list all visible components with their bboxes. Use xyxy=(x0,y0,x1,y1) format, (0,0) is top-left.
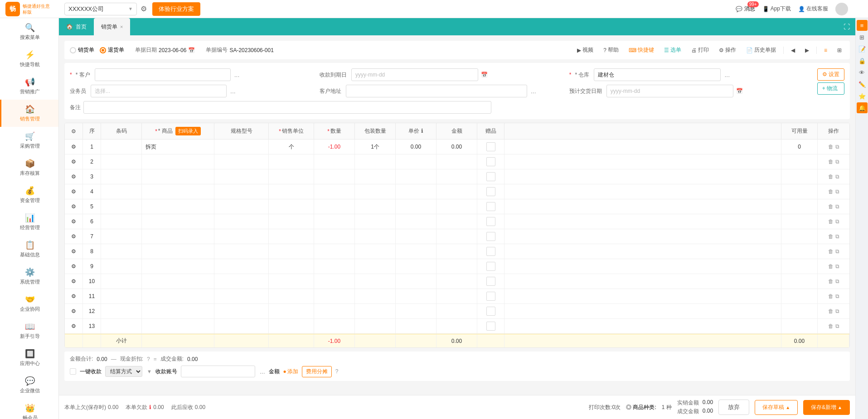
td-spec[interactable] xyxy=(214,214,269,229)
delete-icon[interactable]: 🗑 xyxy=(828,218,834,225)
td-config[interactable]: ⚙ xyxy=(65,229,83,244)
td-amount[interactable] xyxy=(436,229,477,244)
td-barcode[interactable] xyxy=(101,154,142,169)
td-amount[interactable] xyxy=(436,259,477,274)
gift-checkbox[interactable] xyxy=(486,187,495,196)
td-qty[interactable] xyxy=(314,199,355,214)
td-config[interactable]: ⚙ xyxy=(65,184,83,199)
td-goods[interactable] xyxy=(142,184,214,199)
calendar-icon[interactable]: 📅 xyxy=(188,47,195,53)
settings-button[interactable]: ⚙ 设置 xyxy=(817,68,844,81)
copy-icon[interactable]: ⧉ xyxy=(835,293,839,299)
addr-dots-btn[interactable]: ... xyxy=(531,87,536,95)
tab-home[interactable]: 🏠 首页 xyxy=(59,18,94,35)
video-btn[interactable]: ▶ 视频 xyxy=(574,44,596,56)
delete-icon[interactable]: 🗑 xyxy=(828,308,834,314)
sidebar-item-guide[interactable]: 📖 新手引导 xyxy=(0,317,58,344)
td-qty[interactable] xyxy=(314,319,355,333)
td-amount[interactable] xyxy=(436,319,477,333)
sidebar-item-quicknav[interactable]: ⚡ 快捷导航 xyxy=(0,45,58,72)
td-goods[interactable] xyxy=(142,319,214,333)
td-unit[interactable]: 个 xyxy=(269,140,314,154)
grid-view-icon[interactable]: ⊞ xyxy=(834,45,844,55)
gift-checkbox[interactable] xyxy=(486,232,495,241)
gift-checkbox[interactable] xyxy=(486,322,495,331)
td-qty[interactable] xyxy=(314,229,355,244)
td-qty[interactable] xyxy=(314,304,355,318)
td-gift[interactable] xyxy=(477,274,504,289)
td-spec[interactable] xyxy=(214,199,269,214)
td-amount[interactable] xyxy=(436,244,477,259)
right-panel-btn-2[interactable]: 📝 xyxy=(857,43,868,54)
td-unit[interactable] xyxy=(269,184,314,199)
td-barcode[interactable] xyxy=(101,184,142,199)
td-barcode[interactable] xyxy=(101,140,142,154)
td-unit[interactable] xyxy=(269,244,314,259)
td-spec[interactable] xyxy=(214,259,269,274)
sidebar-item-operations[interactable]: 📊 经营管理 xyxy=(0,208,58,236)
td-desc[interactable] xyxy=(504,154,781,169)
sidebar-item-system[interactable]: ⚙️ 系统管理 xyxy=(0,263,58,290)
td-price[interactable] xyxy=(396,304,436,318)
td-config[interactable]: ⚙ xyxy=(65,244,83,259)
sidebar-item-finance[interactable]: 💰 资金管理 xyxy=(0,181,58,208)
td-goods[interactable] xyxy=(142,274,214,289)
td-pack[interactable] xyxy=(355,154,396,169)
gift-checkbox[interactable] xyxy=(486,277,495,286)
td-config[interactable]: ⚙ xyxy=(65,199,83,214)
td-pack[interactable] xyxy=(355,169,396,184)
td-goods[interactable] xyxy=(142,259,214,274)
td-unit[interactable] xyxy=(269,199,314,214)
td-desc[interactable] xyxy=(504,140,781,154)
td-desc[interactable] xyxy=(504,259,781,274)
td-desc[interactable] xyxy=(504,169,781,184)
td-goods[interactable] xyxy=(142,154,214,169)
td-gift[interactable] xyxy=(477,304,504,318)
td-amount[interactable] xyxy=(436,184,477,199)
td-config[interactable]: ⚙ xyxy=(65,319,83,333)
warehouse-input[interactable]: 建材仓 xyxy=(594,68,721,81)
td-spec[interactable] xyxy=(214,274,269,289)
account-input[interactable] xyxy=(181,366,255,377)
td-price[interactable] xyxy=(396,274,436,289)
td-price[interactable] xyxy=(396,229,436,244)
delete-icon[interactable]: 🗑 xyxy=(828,188,834,195)
td-qty[interactable] xyxy=(314,289,355,303)
print-btn[interactable]: 🖨 打印 xyxy=(689,44,712,56)
right-panel-btn-3[interactable]: 🔒 xyxy=(857,55,868,66)
calc-method-select[interactable]: 结算方式 xyxy=(105,366,142,377)
delete-icon[interactable]: 🗑 xyxy=(828,233,834,240)
discount-help-icon[interactable]: ? xyxy=(147,356,150,362)
history-btn[interactable]: 📄 历史单据 xyxy=(743,44,779,56)
delete-icon[interactable]: 🗑 xyxy=(828,323,834,329)
copy-icon[interactable]: ⧉ xyxy=(835,144,839,150)
td-config[interactable]: ⚙ xyxy=(65,140,83,154)
right-panel-btn-5[interactable]: ✏️ xyxy=(857,79,868,90)
action-btn[interactable]: ⚙ 操作 xyxy=(716,44,739,56)
td-goods[interactable] xyxy=(142,304,214,318)
copy-icon[interactable]: ⧉ xyxy=(835,188,839,195)
td-pack[interactable]: 1个 xyxy=(355,140,396,154)
add-button[interactable]: ● 添加 xyxy=(283,368,298,376)
copy-icon[interactable]: ⧉ xyxy=(835,263,839,270)
gift-checkbox[interactable] xyxy=(486,157,495,166)
td-gift[interactable] xyxy=(477,154,504,169)
td-config[interactable]: ⚙ xyxy=(65,274,83,289)
gift-checkbox[interactable] xyxy=(486,202,495,211)
td-config[interactable]: ⚙ xyxy=(65,289,83,303)
td-goods[interactable]: 拆页 xyxy=(142,140,214,154)
payment-checkbox[interactable] xyxy=(70,368,76,375)
td-config[interactable]: ⚙ xyxy=(65,154,83,169)
expected-date-input[interactable]: yyyy-mm-dd xyxy=(606,85,733,97)
td-goods[interactable] xyxy=(142,289,214,303)
td-barcode[interactable] xyxy=(101,274,142,289)
td-barcode[interactable] xyxy=(101,304,142,318)
td-amount[interactable]: 0.00 xyxy=(436,140,477,154)
save-new-button[interactable]: 保存&新增 ▲ xyxy=(803,400,850,415)
td-desc[interactable] xyxy=(504,244,781,259)
td-gift[interactable] xyxy=(477,229,504,244)
td-spec[interactable] xyxy=(214,140,269,154)
td-pack[interactable] xyxy=(355,274,396,289)
td-unit[interactable] xyxy=(269,169,314,184)
td-desc[interactable] xyxy=(504,199,781,214)
